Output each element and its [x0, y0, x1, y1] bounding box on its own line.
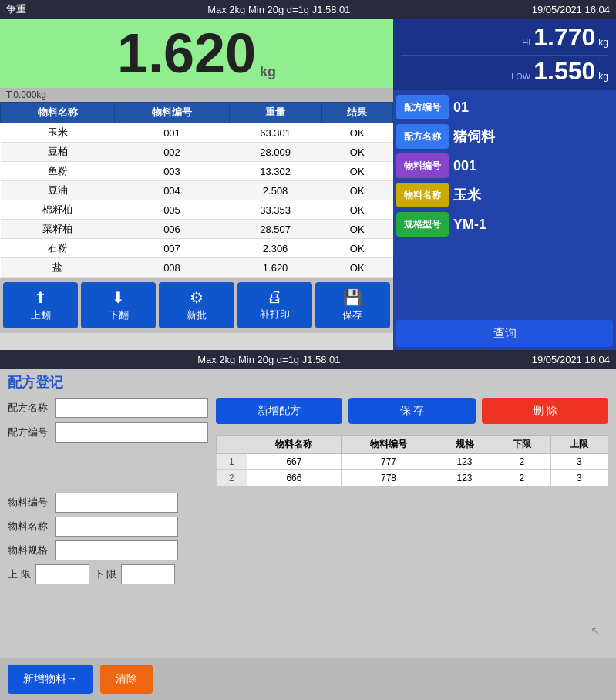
material-name-extra-label: 物料名称: [8, 520, 50, 533]
cell-code: 007: [115, 239, 229, 258]
small-table: 物料名称 物料编号 规格 下限 上限 1 667 777 123 2 3 2 6…: [216, 435, 608, 486]
down-icon: ⬇: [112, 288, 125, 307]
hi-value: 1.770: [534, 23, 595, 52]
formula-name-input[interactable]: [55, 398, 208, 418]
small-col-num: [217, 436, 247, 454]
low-value: 1.550: [534, 57, 595, 86]
cell-lower: 2: [493, 454, 550, 470]
cell-code: 004: [115, 181, 229, 200]
cell-spec: 123: [436, 470, 493, 486]
new-batch-label: 新批: [187, 308, 207, 322]
small-col-spec: 规格: [436, 436, 493, 454]
cell-weight: 28.507: [229, 220, 321, 239]
small-col-mat-code: 物料编号: [342, 436, 436, 454]
cell-name: 棉籽柏: [1, 200, 115, 220]
material-code-extra-label: 物料编号: [8, 496, 50, 510]
formula-code-input[interactable]: [55, 422, 208, 443]
material-name-value: 玉米: [453, 186, 481, 204]
toolbar: ⬆ 上翻 ⬇ 下翻 ⚙ 新批 🖨 补打印 💾 保存: [0, 278, 393, 333]
cell-code: 001: [115, 123, 229, 143]
col-header-code: 物料编号: [115, 103, 229, 123]
formula-code-label: 配方编号: [396, 95, 449, 119]
query-btn[interactable]: 查询: [396, 320, 613, 347]
material-code-extra-row: 物料编号: [8, 493, 608, 513]
add-material-btn[interactable]: 新增物料→: [8, 665, 93, 694]
bottom-action-bar: 新增物料→ 清除: [0, 658, 616, 700]
tare-value: T:0.000kg: [6, 89, 46, 100]
low-value-row: LOW 1.550 kg: [401, 57, 608, 86]
section-title: 配方登记: [8, 373, 608, 392]
formula-name-label: 配方名称: [396, 124, 449, 149]
table-row: 豆油 004 2.508 OK: [1, 181, 393, 200]
cell-result: OK: [321, 162, 392, 181]
cell-weight: 13.302: [229, 162, 321, 181]
hi-low-display: HI 1.770 kg LOW 1.550 kg: [393, 19, 616, 90]
top-header-center: Max 2kg Min 20g d=1g J1.58.01: [26, 4, 532, 15]
small-col-lower: 下限: [493, 436, 550, 454]
low-unit: kg: [598, 71, 608, 82]
material-code-label: 物料编号: [396, 153, 449, 178]
formula-name-form-row: 配方名称: [8, 398, 208, 418]
table-row: 盐 008 1.620 OK: [1, 258, 393, 278]
limit-row: 上 限 下 限: [8, 564, 608, 584]
save-icon: 💾: [343, 288, 362, 307]
weight-main-area: 1.620 kg T:0.000kg 物料名称 物料编号 重量 结果 玉米: [0, 19, 616, 350]
cell-name: 石粉: [1, 239, 115, 258]
cell-name: 鱼粉: [1, 162, 115, 181]
print-icon: 🖨: [267, 288, 282, 306]
down-label: 下翻: [109, 308, 129, 322]
down-btn[interactable]: ⬇ 下翻: [81, 282, 156, 328]
material-name-extra-input[interactable]: [55, 517, 178, 537]
weight-left: 1.620 kg T:0.000kg 物料名称 物料编号 重量 结果 玉米: [0, 19, 393, 350]
up-btn[interactable]: ⬆ 上翻: [3, 282, 78, 328]
cell-code: 008: [115, 258, 229, 278]
spec-label: 规格型号: [396, 212, 449, 237]
form-right: 新增配方 保 存 删 除 物料名称 物料编号 规格 下限 上限: [216, 398, 608, 486]
lower-input[interactable]: [121, 564, 175, 584]
reprint-label: 补打印: [260, 308, 290, 321]
material-name-label: 物料名称: [396, 183, 449, 207]
cell-result: OK: [321, 200, 392, 220]
upper-label: 上 限: [8, 567, 31, 581]
hi-value-row: HI 1.770 kg: [401, 23, 608, 52]
info-rows: 配方编号 01 配方名称 猪饲料 物料编号 001 物料名称 玉米 规格型号: [393, 90, 616, 317]
cell-result: OK: [321, 239, 392, 258]
delete-btn[interactable]: 删 除: [482, 398, 608, 424]
reprint-btn[interactable]: 🖨 补打印: [237, 282, 312, 328]
upper-input[interactable]: [35, 564, 89, 584]
form-left: 配方名称 配方编号: [8, 398, 208, 486]
cell-weight: 1.620: [229, 258, 321, 278]
lower-label: 下 限: [94, 567, 117, 581]
save-btn[interactable]: 💾 保存: [315, 282, 390, 328]
top-header: 争重 Max 2kg Min 20g d=1g J1.58.01 19/05/2…: [0, 0, 616, 19]
formula-code-value: 01: [453, 99, 469, 116]
cell-mat-code: 777: [342, 454, 436, 470]
material-code-value: 001: [453, 158, 476, 174]
material-spec-extra-input[interactable]: [55, 540, 178, 560]
new-batch-btn[interactable]: ⚙ 新批: [159, 282, 234, 328]
clear-btn[interactable]: 清除: [100, 665, 153, 694]
bottom-header-center: Max 2kg Min 20g d=1g J1.58.01: [197, 354, 340, 365]
weight-display-row: 1.620 kg: [0, 19, 393, 88]
weight-right: HI 1.770 kg LOW 1.550 kg 配方编号 01 配方名称: [393, 19, 616, 350]
hi-low-divider: [401, 55, 608, 56]
cell-name: 菜籽柏: [1, 220, 115, 239]
bottom-save-btn[interactable]: 保 存: [348, 398, 475, 424]
weight-big-display: 1.620 kg: [0, 19, 393, 88]
cell-mat-code: 778: [342, 470, 436, 486]
weight-unit: kg: [260, 64, 276, 88]
cell-weight: 2.508: [229, 181, 321, 200]
cell-num: 1: [217, 454, 247, 470]
cell-weight: 2.306: [229, 239, 321, 258]
cell-name: 盐: [1, 258, 115, 278]
material-spec-extra-label: 物料规格: [8, 544, 50, 557]
table-row: 玉米 001 63.301 OK: [1, 123, 393, 143]
add-formula-btn[interactable]: 新增配方: [216, 398, 342, 424]
up-label: 上翻: [31, 308, 51, 322]
material-name-extra-row: 物料名称: [8, 517, 608, 537]
extra-fields: 物料编号 物料名称 物料规格 上 限 下 限: [8, 493, 608, 584]
bottom-content: 配方登记 配方名称 配方编号 新增配方 保 存 删 除: [0, 369, 616, 593]
material-code-extra-input[interactable]: [55, 493, 178, 513]
cell-name: 豆柏: [1, 143, 115, 162]
cell-name: 玉米: [1, 123, 115, 143]
